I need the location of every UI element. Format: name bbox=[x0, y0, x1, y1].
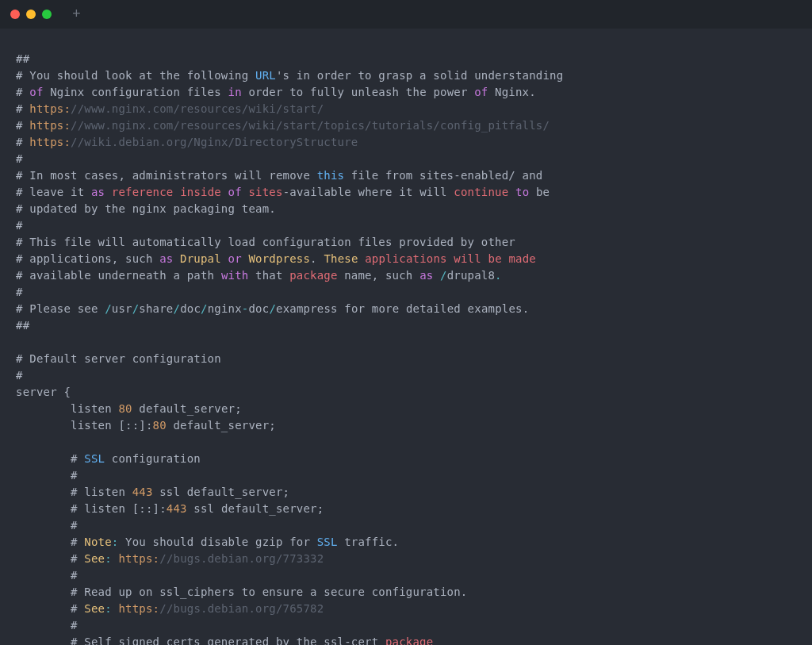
code-token: to bbox=[515, 186, 529, 198]
code-token: # bbox=[16, 536, 84, 548]
code-token bbox=[358, 252, 366, 265]
code-token: # bbox=[16, 286, 23, 298]
code-token: : bbox=[105, 602, 112, 615]
code-token: # applications, such bbox=[16, 252, 159, 265]
code-token: //bugs.debian.org/765782 bbox=[159, 602, 324, 615]
code-line[interactable]: server { bbox=[16, 384, 796, 401]
code-line[interactable]: # See: https://bugs.debian.org/765782 bbox=[16, 601, 796, 617]
code-line[interactable]: # Default server configuration bbox=[16, 351, 796, 367]
code-token: # bbox=[16, 219, 23, 232]
code-token bbox=[433, 269, 440, 282]
code-token: configuration bbox=[105, 452, 201, 465]
code-line[interactable]: # Note: You should disable gzip for SSL … bbox=[16, 534, 796, 551]
zoom-window-button[interactable] bbox=[42, 10, 52, 19]
code-line[interactable]: listen [::]:80 default_server; bbox=[16, 417, 796, 434]
code-token: https: bbox=[29, 102, 71, 115]
code-line[interactable]: # bbox=[16, 217, 796, 234]
code-token: https: bbox=[29, 119, 71, 132]
code-line[interactable]: # listen [::]:443 ssl default_server; bbox=[16, 501, 796, 517]
traffic-lights bbox=[10, 10, 52, 19]
code-line[interactable] bbox=[16, 434, 796, 451]
minimize-window-button[interactable] bbox=[26, 10, 36, 19]
code-token: drupal8 bbox=[447, 269, 495, 282]
code-token: / bbox=[269, 302, 276, 315]
code-token: package bbox=[385, 635, 433, 645]
code-token: doc bbox=[248, 302, 269, 315]
code-token: # Self signed certs generated by the ssl… bbox=[16, 635, 385, 645]
code-line[interactable]: # https://www.nginx.com/resources/wiki/s… bbox=[16, 117, 796, 134]
code-line[interactable]: # In most cases, administrators will rem… bbox=[16, 167, 796, 184]
code-line[interactable]: # bbox=[16, 284, 796, 301]
code-token: See bbox=[84, 602, 105, 615]
code-line[interactable]: ## bbox=[16, 317, 796, 334]
code-line[interactable]: # https://www.nginx.com/resources/wiki/s… bbox=[16, 101, 796, 117]
close-window-button[interactable] bbox=[10, 10, 20, 19]
code-token: 443 bbox=[132, 486, 153, 498]
code-token: be bbox=[529, 186, 550, 198]
code-line[interactable]: # bbox=[16, 567, 796, 584]
code-line[interactable]: ## bbox=[16, 51, 796, 67]
code-token: or bbox=[228, 252, 242, 265]
code-token: of bbox=[474, 86, 488, 98]
code-line[interactable]: # See: https://bugs.debian.org/773332 bbox=[16, 551, 796, 567]
code-token bbox=[105, 186, 112, 198]
code-token: # bbox=[16, 119, 29, 132]
code-token: 's in order to grasp a solid understandi… bbox=[276, 69, 563, 82]
code-token: # listen [::]: bbox=[16, 502, 167, 515]
new-tab-button[interactable]: + bbox=[72, 7, 81, 21]
code-line[interactable]: # bbox=[16, 467, 796, 484]
code-line[interactable]: # bbox=[16, 517, 796, 534]
code-token: # bbox=[16, 469, 78, 482]
code-token: You should disable gzip for bbox=[118, 536, 316, 548]
code-token: -available where it will bbox=[283, 186, 454, 198]
code-token: will bbox=[454, 252, 481, 265]
code-line[interactable] bbox=[16, 334, 796, 351]
code-line[interactable]: # of Nginx configuration files in order … bbox=[16, 84, 796, 101]
code-token: SSL bbox=[84, 452, 105, 465]
code-token: name, such bbox=[338, 269, 420, 282]
code-token: as bbox=[91, 186, 105, 198]
code-line[interactable]: # leave it as reference inside of sites-… bbox=[16, 184, 796, 201]
code-token: # You should look at the following bbox=[16, 69, 255, 82]
code-token: Note bbox=[84, 536, 112, 548]
code-token: # bbox=[16, 86, 29, 98]
code-line[interactable]: # available underneath a path with that … bbox=[16, 267, 796, 284]
code-line[interactable]: # bbox=[16, 617, 796, 634]
code-line[interactable]: # bbox=[16, 367, 796, 384]
code-line[interactable]: # Read up on ssl_ciphers to ensure a sec… bbox=[16, 584, 796, 601]
code-line[interactable]: # applications, such as Drupal or Wordpr… bbox=[16, 251, 796, 267]
code-line[interactable]: # This file will automatically load conf… bbox=[16, 234, 796, 251]
code-token: # leave it bbox=[16, 186, 91, 198]
code-token: Nginx configuration files bbox=[44, 86, 228, 98]
code-token: / bbox=[174, 302, 181, 315]
code-line[interactable]: # bbox=[16, 151, 796, 167]
code-token: sites bbox=[248, 186, 282, 198]
code-line[interactable]: # https://wiki.debian.org/Nginx/Director… bbox=[16, 134, 796, 151]
code-line[interactable]: # SSL configuration bbox=[16, 451, 796, 467]
code-token: //wiki.debian.org/Nginx/DirectoryStructu… bbox=[71, 136, 358, 148]
code-token: //bugs.debian.org/773332 bbox=[159, 552, 324, 565]
code-line[interactable]: # Please see /usr/share/doc/nginx-doc/ex… bbox=[16, 301, 796, 317]
code-token: / bbox=[201, 302, 208, 315]
code-token: continue bbox=[454, 186, 508, 198]
code-token: ## bbox=[16, 52, 29, 65]
code-token: . bbox=[495, 269, 502, 282]
code-token bbox=[508, 186, 515, 198]
code-token: See bbox=[84, 552, 105, 565]
code-line[interactable]: # You should look at the following URL's… bbox=[16, 67, 796, 84]
code-line[interactable]: # listen 443 ssl default_server; bbox=[16, 484, 796, 501]
code-editor[interactable]: ### You should look at the following URL… bbox=[0, 29, 812, 645]
code-line[interactable]: # Self signed certs generated by the ssl… bbox=[16, 634, 796, 645]
code-line[interactable]: listen 80 default_server; bbox=[16, 401, 796, 417]
code-line[interactable]: # updated by the nginx packaging team. bbox=[16, 201, 796, 217]
code-token: applications bbox=[365, 252, 447, 265]
code-token: that bbox=[248, 269, 289, 282]
code-token: with bbox=[221, 269, 249, 282]
code-token: # updated by the nginx packaging team. bbox=[16, 202, 276, 215]
code-token: # available underneath a path bbox=[16, 269, 221, 282]
code-token: These bbox=[324, 252, 358, 265]
code-token: made bbox=[508, 252, 536, 265]
code-token: # bbox=[16, 369, 23, 382]
code-token: # bbox=[16, 102, 29, 115]
code-token: SSL bbox=[317, 536, 338, 548]
